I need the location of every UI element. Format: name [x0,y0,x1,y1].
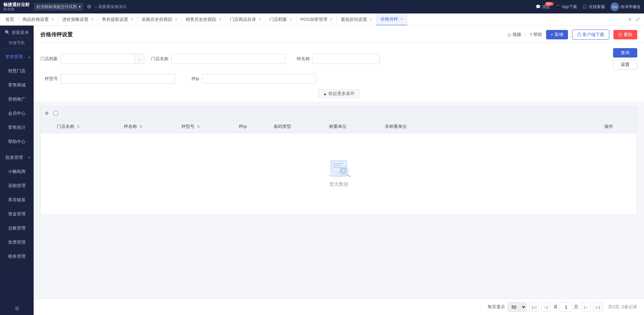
demo-button[interactable]: ○ 我要看实例演示 [95,4,127,10]
next-page-button[interactable]: ▷ [581,302,591,312]
tab-purchase-history-close[interactable]: × [175,17,177,22]
tab-home[interactable]: 首页 [1,13,19,26]
sidebar-item-tax-label: 税务管理 [8,254,26,259]
col-scale-ip: 秤ip [235,120,270,133]
scale-model-label: 秤型号 [40,76,58,82]
sidebar-item-finance[interactable]: 资金管理 [0,207,34,221]
tab-store-file-close[interactable]: × [290,17,292,22]
sort-store-name-icon[interactable]: ⇅ [77,125,80,129]
help-link[interactable]: ? 帮助 [530,32,542,38]
headset-icon: 🎧 [582,4,587,9]
tab-purchase-strategy-label: 进价策略设置 [62,16,88,23]
store-file-label: 门店档案 [40,56,58,62]
table-header-row: 门店名称 ⇅ 秤名称 ⇅ 秤型号 ⇅ [41,120,637,133]
tab-commodity-price-close[interactable]: × [51,17,54,22]
sidebar-item-marketing[interactable]: 营销推广 [0,92,34,106]
logo-sub: 标准版 [3,7,30,11]
sidebar-search-label: 搜索菜单 [11,30,29,35]
sidebar-gear-icon[interactable]: ⚙ [15,306,19,311]
tab-sales-history[interactable]: 销售历史价跟踪 × [182,13,226,26]
per-page-select[interactable]: 50 10 20 100 [508,302,527,312]
sidebar-quick-nav[interactable]: 快捷导航 [0,38,34,48]
tab-sale-price-close[interactable]: × [131,17,133,22]
store-name-input[interactable] [171,54,286,64]
scale-ip-input[interactable] [202,74,316,84]
sidebar-item-help[interactable]: 帮助中心 [0,135,34,149]
page-title: 价格传秤设置 [40,31,73,38]
first-page-button[interactable]: |◁ [529,302,539,312]
tab-min-discount-close[interactable]: × [370,17,372,22]
user-name: 徐泽华修改 [620,4,641,10]
sidebar-item-ecommerce[interactable]: 小畅电商 [0,165,34,179]
sidebar-item-retail-stats[interactable]: 零售统计 [0,120,34,135]
sidebar-item-wholesale[interactable]: 批发管理 ▼ [0,150,34,165]
sidebar-item-smart-store[interactable]: 智慧门店 [0,64,34,78]
sort-scale-model-icon[interactable]: ⇅ [197,125,200,129]
sidebar: 🔍 搜索菜单 快捷导航 零售管理 ▲ 智慧门店 零售商城 营销推广 会员中心 零… [0,26,34,315]
prev-page-button[interactable]: ◁ [541,302,551,312]
tab-purchase-strategy-close[interactable]: × [91,17,94,22]
settings-button[interactable]: ⚙ [87,4,91,10]
sidebar-bottom: ⚙ [11,302,23,315]
user-menu-button[interactable]: Ea 徐泽华修改 [610,2,641,11]
col-store-name: 门店名称 ⇅ [53,120,120,133]
tab-restore[interactable]: ⤢ [634,15,641,23]
tab-store-catalog[interactable]: 门店商品目录 × [226,13,265,26]
download-button[interactable]: 凸 客户端下载 [572,30,610,40]
tab-store-file[interactable]: 门店档案 × [265,13,296,26]
online-service-button[interactable]: 🎧 在线客服 [582,4,605,10]
scale-model-input[interactable] [61,74,175,84]
tab-purchase-history[interactable]: 采购历史价跟踪 × [138,13,182,26]
select-all-checkbox[interactable] [53,111,58,115]
sidebar-item-smart-store-label: 智慧门店 [8,68,26,73]
app-download-button[interactable]: 📱 App下载 [556,4,577,10]
set-label: 设置 [621,62,630,68]
sidebar-item-inventory-label: 库存核算 [8,197,26,202]
tab-close-all[interactable]: × [627,16,633,23]
last-page-button[interactable]: ▷| [593,302,603,312]
col-checkbox [41,120,53,133]
tab-store-catalog-close[interactable]: × [259,17,261,22]
sidebar-item-invoice[interactable]: 发票管理 [0,235,34,249]
sidebar-search[interactable]: 🔍 搜索菜单 [0,27,34,38]
query-button[interactable]: 查询 [613,48,637,58]
sidebar-item-tax[interactable]: 税务管理 [0,249,34,264]
tab-min-discount[interactable]: 最低折扣设置 × [337,13,377,26]
tab-pos-close[interactable]: × [330,17,332,22]
form-row-1: 门店档案 ··· 门店名称 秤名称 查询 [40,48,637,70]
sidebar-item-purchase[interactable]: 采购管理 [0,179,34,193]
sidebar-item-member[interactable]: 会员中心 [0,106,34,120]
collapse-button[interactable]: ▲ 收起更多条件 [318,89,360,98]
sidebar-item-ledger[interactable]: 总账管理 [0,221,34,235]
tab-home-label: 首页 [5,16,14,23]
table-settings-icon[interactable]: ⚙ [41,111,53,116]
tab-price-scale-close[interactable]: × [401,17,403,22]
logo-title: 畅捷通好业财 [3,2,30,7]
store-file-input[interactable] [61,54,135,64]
tab-pos[interactable]: POS加密管理 × [296,13,336,26]
sort-scale-name-icon[interactable]: ⇅ [139,125,142,129]
tab-sale-price[interactable]: 售价提取设置 × [98,13,138,26]
sidebar-item-online-store[interactable]: 零售商城 [0,78,34,92]
delete-button[interactable]: 自 删除 [613,30,637,39]
sidebar-item-retail[interactable]: 零售管理 ▲ [0,50,34,64]
version-select[interactable]: 好业财标准版交付试用 ▾ [34,3,83,11]
store-file-btn[interactable]: ··· [135,54,144,64]
messages-button[interactable]: 💬 消息 99+ [536,4,550,10]
set-button[interactable]: 设置 [613,60,637,70]
add-label: + 新增 [551,32,563,38]
page-header: 价格传秤设置 ▷ 视频 ? 帮助 + 新增 凸 客户端下载 自 删 [34,26,644,43]
tab-commodity-price[interactable]: 商品价格设置 × [19,13,58,26]
sidebar-item-retail-label: 零售管理 [5,54,23,60]
page-input[interactable] [559,302,573,312]
tab-price-scale[interactable]: 价格传秤 × [377,13,407,26]
add-button[interactable]: + 新增 [546,30,568,39]
tab-purchase-strategy[interactable]: 进价策略设置 × [58,13,98,26]
table-wrapper: 门店名称 ⇅ 秤名称 ⇅ 秤型号 ⇅ [40,120,637,215]
tab-sales-history-close[interactable]: × [219,17,221,22]
scale-name-input[interactable] [313,54,380,64]
sidebar-item-inventory[interactable]: 库存核算 [0,193,34,207]
demo-label: 我要看实例演示 [98,4,127,10]
sidebar-item-help-label: 帮助中心 [8,139,26,144]
video-link[interactable]: ▷ 视频 [508,32,521,38]
